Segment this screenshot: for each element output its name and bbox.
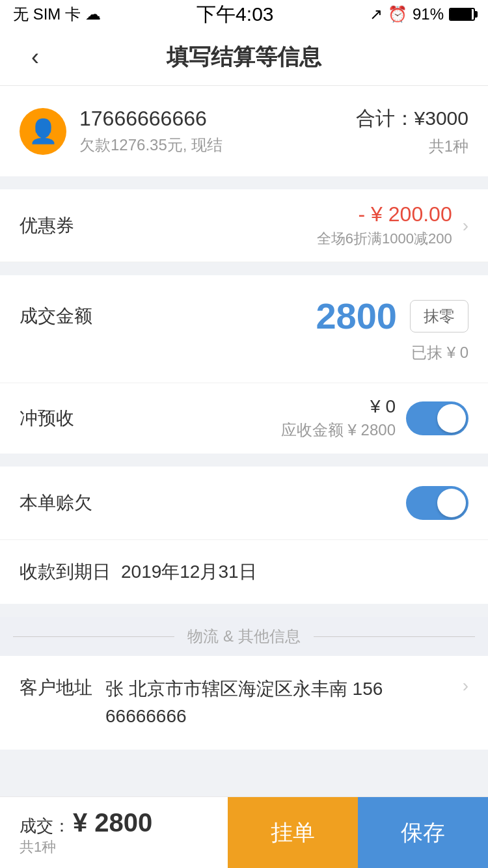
footer-bar: 成交： ¥ 2800 共1种 挂单 保存 [0, 796, 488, 868]
divider-1 [0, 176, 488, 189]
credit-toggle[interactable] [406, 486, 468, 520]
save-button[interactable]: 保存 [358, 797, 488, 869]
coupon-label: 优惠券 [20, 213, 74, 238]
round-button[interactable]: 抹零 [410, 300, 468, 332]
footer-count: 共1种 [20, 837, 208, 857]
battery-icon [449, 8, 475, 21]
pre-collect-row: 冲预收 ¥ 0 应收金额 ¥ 2800 [20, 396, 468, 441]
amount-row: 成交金额 2800 抹零 [20, 295, 468, 337]
battery-text: 91% [413, 5, 444, 23]
deal-amount-label: 成交金额 [20, 304, 92, 329]
deal-amount-value: 2800 [316, 295, 397, 337]
toggle-knob [437, 404, 466, 433]
customer-card: 👤 17666666666 欠款1276.35元, 现结 合计：¥3000 共1… [0, 86, 488, 176]
footer-amount: ¥ 2800 [73, 808, 152, 837]
coupon-right: - ¥ 200.00 全场6折满1000减200 › [317, 202, 468, 249]
duedate-section: 收款到期日 2019年12月31日 [0, 539, 488, 604]
divider-4 [0, 604, 488, 617]
credit-label: 本单赊欠 [20, 491, 92, 515]
line-right [314, 636, 475, 637]
nav-bar: ‹ 填写结算等信息 [0, 29, 488, 86]
alarm-icon: ⏰ [388, 5, 407, 23]
pre-collect-section: 冲预收 ¥ 0 应收金额 ¥ 2800 [0, 383, 488, 454]
hold-button[interactable]: 挂单 [228, 797, 358, 869]
coupon-desc: 全场6折满1000减200 [317, 229, 452, 249]
credit-toggle-knob [437, 489, 466, 517]
avatar: 👤 [20, 108, 66, 155]
amount-value-group: 2800 抹零 [316, 295, 468, 337]
avatar-icon: 👤 [29, 118, 58, 145]
address-section[interactable]: 客户地址 张 北京市市辖区海淀区永丰南 156 66666666 › [0, 656, 488, 750]
main-content: 👤 17666666666 欠款1276.35元, 现结 合计：¥3000 共1… [0, 86, 488, 828]
address-chevron-icon: › [463, 675, 468, 696]
status-right: ↗ ⏰ 91% [370, 5, 475, 23]
footer-left: 成交： ¥ 2800 共1种 [0, 808, 228, 857]
section-title-text: 物流 & 其他信息 [187, 626, 300, 647]
total-count: 共1种 [356, 136, 468, 157]
pre-value-group: ¥ 0 应收金额 ¥ 2800 [281, 396, 396, 441]
no-sim-text: 无 SIM 卡 ☁ [13, 4, 101, 25]
coupon-chevron-icon: › [463, 215, 468, 236]
deal-amount-sub: 已抹 ¥ 0 [20, 342, 468, 363]
pre-collect-amount: ¥ 0 [281, 396, 396, 417]
address-value: 张 北京市市辖区海淀区永丰南 156 66666666 [105, 675, 456, 730]
duedate-value: 2019年12月31日 [121, 560, 257, 584]
customer-phone: 17666666666 [79, 107, 223, 131]
page-title: 填写结算等信息 [167, 42, 321, 72]
customer-right: 合计：¥3000 共1种 [356, 105, 468, 157]
pre-collect-toggle[interactable] [406, 401, 468, 435]
status-left: 无 SIM 卡 ☁ [13, 4, 101, 25]
duedate-label: 收款到期日 [20, 560, 111, 584]
divider-2 [0, 262, 488, 275]
status-time: 下午4:03 [197, 1, 273, 28]
address-label: 客户地址 [20, 675, 92, 700]
customer-info: 17666666666 欠款1276.35元, 现结 [79, 107, 223, 156]
pre-collect-sub: 应收金额 ¥ 2800 [281, 420, 396, 441]
customer-left: 👤 17666666666 欠款1276.35元, 现结 [20, 107, 223, 156]
coupon-row[interactable]: 优惠券 - ¥ 200.00 全场6折满1000减200 › [0, 189, 488, 262]
credit-section: 本单赊欠 [0, 467, 488, 539]
divider-3 [0, 454, 488, 467]
pre-collect-right: ¥ 0 应收金额 ¥ 2800 [281, 396, 468, 441]
section-title-divider: 物流 & 其他信息 [0, 617, 488, 656]
line-left [13, 636, 174, 637]
pre-collect-label: 冲预收 [20, 406, 74, 431]
deal-amount-section: 成交金额 2800 抹零 已抹 ¥ 0 [0, 275, 488, 383]
customer-debt: 欠款1276.35元, 现结 [79, 135, 223, 156]
status-bar: 无 SIM 卡 ☁ 下午4:03 ↗ ⏰ 91% [0, 0, 488, 29]
total-amount: 合计：¥3000 [356, 105, 468, 132]
coupon-value: - ¥ 200.00 [317, 202, 452, 226]
location-icon: ↗ [370, 5, 383, 23]
footer-deal-label: 成交： [20, 815, 70, 837]
back-button[interactable]: ‹ [16, 38, 55, 77]
